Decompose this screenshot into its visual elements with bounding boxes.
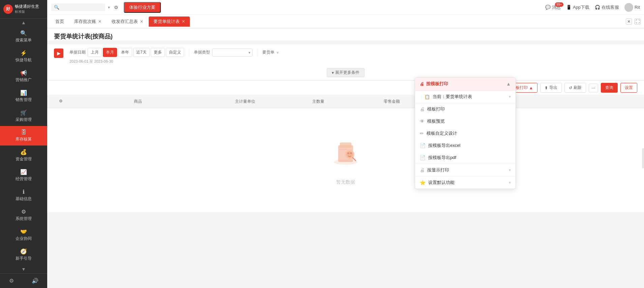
- template-print-icon: 🖨: [420, 106, 425, 112]
- date-filter-btns: 上月 本月 本年 近7天 更多 自定义: [88, 48, 184, 57]
- sidebar-item-purchase[interactable]: 🛒 采购管理: [0, 106, 47, 126]
- tab-label: 收发存汇总表: [112, 19, 138, 25]
- app-download-btn[interactable]: 📱 App下载: [566, 4, 589, 10]
- more-actions-button[interactable]: ···: [589, 84, 598, 92]
- page-title: 要货单统计表(按商品): [54, 32, 637, 40]
- dropdown-template-pdf[interactable]: 📄 按模板导出pdf: [415, 152, 516, 164]
- sidebar-item-system[interactable]: ⚙ 系统管理: [0, 205, 47, 225]
- filter-expand-button[interactable]: ▶: [54, 49, 63, 58]
- online-service-btn[interactable]: 🎧 在线客服: [595, 4, 619, 10]
- date-range-display: 2023-06-01 至 2023-06-30: [69, 59, 279, 64]
- dropdown-current-item[interactable]: 📋 当前：要货单统计表 ▾: [415, 91, 516, 103]
- user-avatar-area[interactable]: Rit: [624, 3, 640, 12]
- sidebar-item-finance[interactable]: 💰 资金管理: [0, 146, 47, 165]
- expand-more-label: 展开更多条件: [335, 70, 359, 75]
- scroll-indicator[interactable]: [642, 148, 644, 168]
- sidebar-item-operation[interactable]: 📈 经营管理: [0, 165, 47, 185]
- sidebar-scroll-up[interactable]: ▲: [21, 20, 26, 25]
- date-prev-month-btn[interactable]: 上月: [88, 48, 102, 57]
- collab-icon: 🤝: [20, 228, 27, 235]
- template-print-label: 模板打印: [427, 106, 445, 112]
- search-input[interactable]: [61, 5, 101, 10]
- search-box[interactable]: 🔍: [51, 3, 105, 11]
- dropdown-template-preview[interactable]: 👁 模板预览: [415, 115, 516, 127]
- dropdown-close-icon[interactable]: ▲: [506, 81, 511, 87]
- tab-label: 要货单统计表: [153, 19, 180, 25]
- sidebar-bottom: ⚙ 🔊: [0, 273, 47, 288]
- date-current-month-btn[interactable]: 本月: [103, 48, 117, 57]
- settings-button[interactable]: 设置: [620, 83, 637, 93]
- operation-icon: 📈: [20, 169, 27, 175]
- export-button[interactable]: ⬆ 导出: [540, 83, 562, 93]
- order-label: 要货单: [262, 50, 274, 55]
- tab-close-receipt-summary[interactable]: ✕: [140, 19, 143, 24]
- sidebar-item-marketing[interactable]: 📢 营销推广: [0, 66, 47, 86]
- app-download-label: App下载: [573, 4, 589, 10]
- search-icon: 🔍: [20, 30, 27, 36]
- template-design-icon: ✏: [420, 131, 424, 136]
- sidebar-item-label: 经营管理: [16, 176, 32, 182]
- table-area: ⚙ 商品 主计量单位 主数量 零售金额: [47, 95, 644, 212]
- search-dropdown-arrow[interactable]: ▾: [108, 5, 110, 10]
- tab-close-batch-account[interactable]: ✕: [98, 19, 101, 24]
- search-icon-topbar: 🔍: [54, 5, 59, 10]
- message-btn[interactable]: 💬 消息 99+: [545, 4, 561, 10]
- promo-button[interactable]: 体验行业方案: [124, 2, 161, 13]
- date-year-btn[interactable]: 本年: [118, 48, 132, 57]
- system-icon: ⚙: [21, 209, 26, 215]
- type-select[interactable]: [212, 49, 253, 57]
- svg-point-4: [346, 151, 353, 158]
- tab-label: 库存批次账: [74, 19, 96, 25]
- set-default-icon: ⭐: [420, 180, 426, 185]
- th-settings[interactable]: ⚙: [54, 95, 67, 108]
- sidebar-item-label: 搜索菜单: [16, 37, 32, 43]
- dropdown-template-design[interactable]: ✏ 模板自定义设计: [415, 127, 516, 139]
- sound-bottom-icon[interactable]: 🔊: [30, 276, 40, 285]
- query-button[interactable]: 查询: [601, 83, 618, 93]
- refresh-icon: ↺: [569, 86, 572, 90]
- window-maximize-btn[interactable]: ⛶: [635, 19, 641, 25]
- sidebar-item-collab[interactable]: 🤝 企业协同: [0, 225, 47, 245]
- set-default-label: 设置默认功能: [428, 180, 455, 186]
- quicknav-icon: ⚡: [20, 50, 27, 56]
- refresh-button[interactable]: ↺ 刷新: [564, 83, 586, 93]
- settings-bottom-icon[interactable]: ⚙: [8, 276, 15, 285]
- sidebar-item-basic[interactable]: ℹ 基础信息: [0, 185, 47, 205]
- topbar-gear-icon[interactable]: ⚙: [114, 5, 118, 10]
- sidebar-item-guide[interactable]: 🧭 新手引导: [0, 245, 47, 265]
- sidebar-item-inventory[interactable]: 🗄 库存核算: [0, 126, 47, 146]
- sidebar-menu: 🔍 搜索菜单 ⚡ 快捷导航 📢 营销推广 📊 销售管理 🛒 采购管理 🗄 库存核…: [0, 27, 47, 265]
- template-preview-icon: 👁: [420, 119, 425, 124]
- sidebar-item-search[interactable]: 🔍 搜索菜单: [0, 27, 47, 46]
- tab-order-stats[interactable]: 要货单统计表 ✕: [149, 17, 190, 27]
- tab-batch-account[interactable]: 库存批次账 ✕: [69, 17, 106, 27]
- dropdown-header: 🖨 按模板打印 ▲: [415, 77, 516, 91]
- dropdown-set-default[interactable]: ⭐ 设置默认功能 ▾: [415, 177, 516, 189]
- avatar: [624, 3, 633, 12]
- date-custom-btn[interactable]: 自定义: [166, 48, 184, 57]
- date-7days-btn[interactable]: 近7天: [133, 48, 150, 57]
- tab-home[interactable]: 首页: [51, 17, 69, 27]
- sidebar-item-sales[interactable]: 📊 销售管理: [0, 86, 47, 106]
- dropdown-template-print[interactable]: 🖨 模板打印: [415, 103, 516, 115]
- main-area: 🔍 ▾ ⚙ 体验行业方案 💬 消息 99+ 📱 App下载 🎧 在线客服 Rit: [47, 0, 644, 288]
- date-more-btn[interactable]: 更多: [151, 48, 165, 57]
- expand-more-btn[interactable]: ▾ 展开更多条件: [327, 68, 364, 77]
- svg-point-7: [350, 152, 352, 154]
- app-name: 畅捷通好生意: [15, 4, 39, 9]
- sidebar-item-quicknav[interactable]: ⚡ 快捷导航: [0, 46, 47, 66]
- finance-icon: 💰: [20, 149, 27, 155]
- th-qty: 主数量: [282, 95, 355, 108]
- export-label: 导出: [549, 85, 557, 91]
- tab-close-order-stats[interactable]: ✕: [182, 19, 185, 24]
- tab-receipt-summary[interactable]: 收发存汇总表 ✕: [107, 17, 148, 27]
- sidebar-scroll-down[interactable]: ▼: [21, 266, 26, 272]
- tab-home-label: 首页: [55, 19, 64, 25]
- set-default-expand-icon: ▾: [509, 180, 511, 185]
- user-name: Rit: [635, 5, 640, 10]
- window-close-btn[interactable]: ✕: [626, 19, 632, 25]
- sidebar-item-label: 系统管理: [16, 216, 32, 222]
- dropdown-template-excel[interactable]: 📄 按模板导出excel: [415, 139, 516, 152]
- dropdown-display-print[interactable]: 🖨 按显示打印 ▾: [415, 164, 516, 177]
- sidebar-item-label: 基础信息: [16, 196, 32, 202]
